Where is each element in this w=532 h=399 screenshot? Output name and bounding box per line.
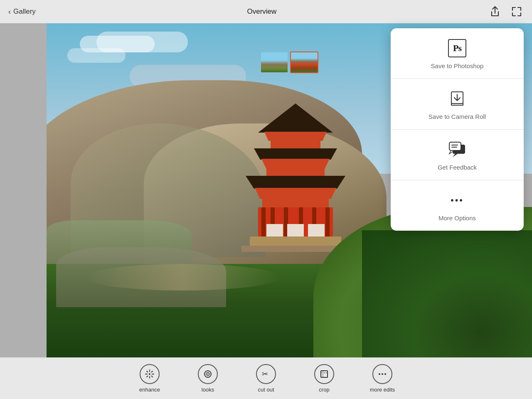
svg-marker-1 (264, 132, 327, 141)
enhance-tool[interactable]: enhance (121, 360, 179, 397)
svg-line-36 (147, 376, 148, 377)
svg-marker-0 (258, 103, 333, 133)
svg-rect-41 (321, 371, 328, 377)
more-options-icon: ••• (446, 190, 468, 211)
feedback-icon (446, 139, 468, 160)
crop-icon (314, 364, 334, 384)
svg-rect-5 (266, 169, 325, 177)
cut-out-label: cut out (258, 387, 274, 393)
svg-point-44 (379, 373, 380, 375)
save-to-camera-roll-item[interactable]: Save to Camera Roll (391, 79, 524, 130)
svg-marker-4 (261, 159, 330, 169)
thumbnail-2[interactable] (290, 52, 318, 73)
svg-rect-17 (287, 224, 304, 236)
svg-marker-6 (246, 176, 345, 189)
save-camera-roll-label: Save to Camera Roll (429, 113, 486, 120)
thumbnail-2-image (291, 52, 318, 72)
back-button[interactable]: ‹ Gallery (8, 7, 36, 16)
get-feedback-label: Get Feedback (438, 164, 477, 171)
save-to-photoshop-item[interactable]: Ps Save to Photoshop (391, 28, 524, 79)
crop-label: crop (319, 387, 329, 393)
more-edits-icon (372, 364, 392, 384)
share-button[interactable] (488, 4, 502, 19)
share-popup: Ps Save to Photoshop Save to Camera Roll (391, 28, 524, 231)
chevron-left-icon: ‹ (8, 7, 11, 16)
ps-logo: Ps (448, 39, 466, 57)
svg-rect-16 (266, 224, 283, 236)
more-options-label: More Options (438, 214, 476, 222)
more-edits-tool[interactable]: more edits (353, 360, 411, 397)
top-bar-actions (488, 4, 524, 19)
svg-point-46 (384, 373, 386, 375)
thumbnail-1[interactable] (260, 52, 288, 73)
thumbnail-strip (260, 52, 318, 73)
svg-rect-8 (262, 199, 329, 207)
save-photoshop-label: Save to Photoshop (431, 62, 484, 69)
cut-out-tool[interactable]: ✂ cut out (237, 360, 295, 397)
download-icon (446, 88, 468, 110)
photoshop-icon: Ps (446, 37, 468, 59)
more-edits-label: more edits (370, 387, 395, 393)
thumbnail-1-image (261, 52, 288, 72)
path-hint (85, 264, 279, 291)
crop-tool[interactable]: crop (295, 360, 353, 397)
svg-text:✂: ✂ (262, 370, 268, 378)
cloud3 (67, 48, 126, 63)
svg-rect-15 (325, 207, 330, 236)
svg-point-39 (207, 373, 209, 374)
svg-rect-18 (308, 224, 325, 236)
enhance-icon (140, 364, 160, 384)
svg-point-28 (149, 373, 150, 375)
back-label: Gallery (13, 7, 36, 16)
svg-marker-3 (254, 148, 337, 160)
get-feedback-item[interactable]: Get Feedback (391, 130, 524, 180)
foliage-right2 (362, 230, 532, 357)
svg-rect-10 (261, 207, 266, 236)
more-options-item[interactable]: ••• More Options (391, 180, 524, 231)
dots-icon: ••• (451, 195, 464, 206)
svg-rect-24 (449, 142, 461, 150)
looks-label: looks (202, 387, 214, 393)
cut-out-icon: ✂ (256, 364, 276, 384)
svg-line-33 (147, 371, 148, 372)
bottom-toolbar: enhance looks ✂ cut out (0, 357, 532, 399)
top-bar: ‹ Gallery Overview (0, 0, 532, 23)
svg-line-35 (152, 371, 153, 372)
svg-rect-19 (250, 236, 341, 246)
svg-rect-2 (271, 141, 320, 149)
svg-marker-7 (255, 188, 336, 199)
enhance-label: enhance (139, 387, 160, 393)
svg-marker-23 (453, 154, 458, 157)
expand-button[interactable] (510, 5, 524, 19)
svg-point-45 (382, 373, 383, 375)
looks-icon (198, 364, 218, 384)
page-title: Overview (247, 7, 277, 16)
svg-line-34 (152, 376, 153, 377)
looks-tool[interactable]: looks (179, 360, 237, 397)
